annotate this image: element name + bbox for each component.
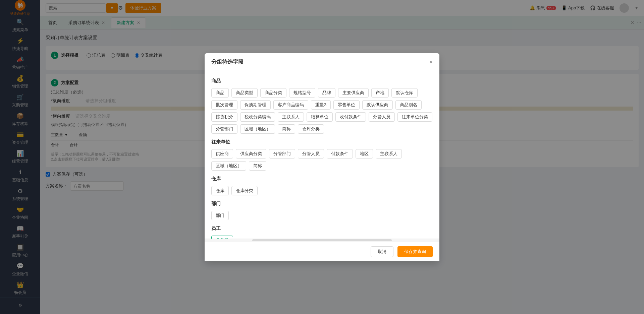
section-fields-4: 业务员 [211, 236, 433, 239]
field-tag-0-4[interactable]: 品牌 [318, 88, 335, 98]
field-tag-0-19[interactable]: 收付款条件 [335, 112, 366, 122]
field-tag-0-2[interactable]: 商品分类 [260, 88, 286, 98]
field-tag-0-22[interactable]: 分管部门 [211, 124, 237, 134]
field-tag-2-0[interactable]: 仓库 [211, 186, 229, 195]
field-tag-0-8[interactable]: 批次管理 [211, 100, 237, 110]
field-tag-1-0[interactable]: 供应商 [211, 149, 233, 159]
section-fields-3: 部门 [211, 211, 433, 220]
field-tag-0-15[interactable]: 拣货积分 [211, 112, 237, 122]
field-tag-0-23[interactable]: 区域（地区） [240, 124, 275, 134]
section-title-3: 部门 [211, 201, 433, 207]
modal-footer: 取消 保存并查询 [205, 242, 439, 261]
field-tag-0-18[interactable]: 结算单位 [307, 112, 333, 122]
field-tag-0-24[interactable]: 简称 [278, 124, 295, 134]
field-tag-4-0[interactable]: 业务员 [211, 236, 233, 239]
field-tag-1-8[interactable]: 简称 [249, 161, 266, 171]
confirm-button[interactable]: 保存并查询 [397, 246, 433, 257]
field-tag-0-13[interactable]: 默认供应商 [362, 100, 393, 110]
field-tag-3-0[interactable]: 部门 [211, 211, 229, 220]
field-tag-0-9[interactable]: 保质期管理 [240, 100, 271, 110]
modal: 分组待选字段 × 商品商品商品类型商品分类规格型号品牌主要供应商产地默认仓库批次… [205, 53, 439, 261]
field-tag-0-7[interactable]: 默认仓库 [391, 88, 418, 98]
modal-hscroll [205, 239, 439, 242]
field-tag-0-6[interactable]: 产地 [371, 88, 389, 98]
modal-header: 分组待选字段 × [205, 53, 439, 70]
field-tag-0-20[interactable]: 分管人员 [369, 112, 395, 122]
modal-overlay: 分组待选字段 × 商品商品商品类型商品分类规格型号品牌主要供应商产地默认仓库批次… [0, 0, 644, 314]
field-tag-1-3[interactable]: 分管人员 [298, 149, 324, 159]
field-tag-0-25[interactable]: 仓库分类 [298, 124, 324, 134]
field-tag-0-3[interactable]: 规格型号 [289, 88, 315, 98]
section-title-0: 商品 [211, 78, 433, 84]
section-fields-2: 仓库仓库分类 [211, 186, 433, 195]
field-tag-0-10[interactable]: 客户商品编码 [273, 100, 308, 110]
section-title-2: 仓库 [211, 176, 433, 182]
modal-title: 分组待选字段 [211, 59, 244, 66]
field-tag-1-7[interactable]: 区域（地区） [211, 161, 246, 171]
field-tag-1-5[interactable]: 地区 [356, 149, 373, 159]
hscroll-thumb [252, 239, 391, 241]
section-title-1: 往来单位 [211, 139, 433, 145]
field-tag-0-17[interactable]: 主联系人 [278, 112, 304, 122]
field-tag-1-6[interactable]: 主联系人 [376, 149, 402, 159]
field-tag-1-4[interactable]: 付款条件 [327, 149, 353, 159]
field-tag-0-14[interactable]: 商品别名 [395, 100, 422, 110]
field-tag-0-5[interactable]: 主要供应商 [338, 88, 369, 98]
section-fields-1: 供应商供应商分类分管部门分管人员付款条件地区主联系人区域（地区）简称 [211, 149, 433, 171]
field-tag-0-21[interactable]: 往来单位分类 [397, 112, 432, 122]
field-tag-2-1[interactable]: 仓库分类 [231, 186, 258, 195]
field-tag-0-1[interactable]: 商品类型 [231, 88, 258, 98]
modal-close-button[interactable]: × [429, 59, 433, 65]
cancel-button[interactable]: 取消 [371, 246, 393, 257]
field-tag-1-1[interactable]: 供应商分类 [236, 149, 266, 159]
field-tag-1-2[interactable]: 分管部门 [269, 149, 295, 159]
field-tag-0-12[interactable]: 零售单位 [333, 100, 360, 110]
section-fields-0: 商品商品类型商品分类规格型号品牌主要供应商产地默认仓库批次管理保质期管理客户商品… [211, 88, 433, 134]
field-tag-0-16[interactable]: 税收分类编码 [240, 112, 275, 122]
modal-body[interactable]: 商品商品商品类型商品分类规格型号品牌主要供应商产地默认仓库批次管理保质期管理客户… [205, 70, 439, 239]
field-tag-0-0[interactable]: 商品 [211, 88, 229, 98]
section-title-4: 员工 [211, 226, 433, 232]
field-tag-0-11[interactable]: 重量3 [311, 100, 331, 110]
